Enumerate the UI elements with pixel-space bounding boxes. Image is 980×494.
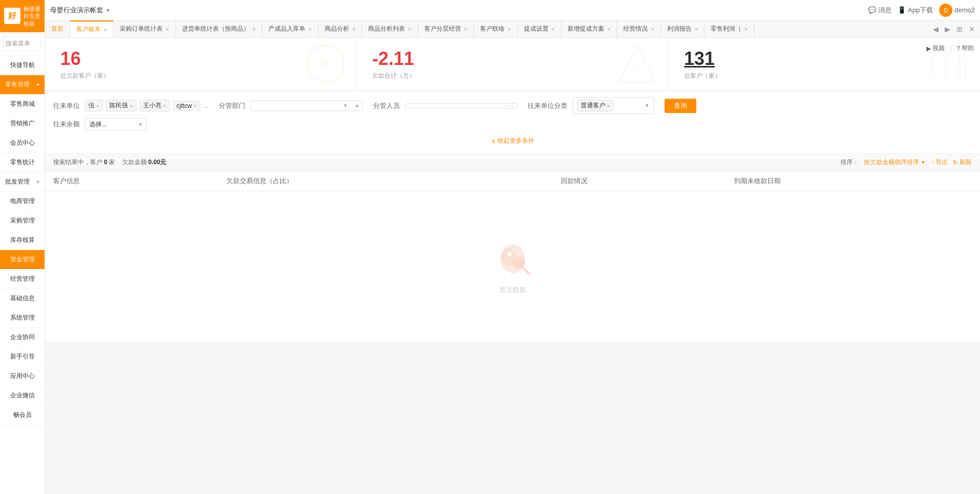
tab-purchase-stats[interactable]: 采购订单统计表 × — [113, 20, 175, 38]
sidebar-item-wholesale-mgmt[interactable]: 批发管理 ▾ — [0, 172, 44, 192]
stats-row: ▶ 视频 | ? 帮助 ¥ — [45, 38, 980, 91]
topbar-right: 💬 消息 📱 App下载 D demo2 — [868, 4, 975, 17]
tab-close-purchase-stats[interactable]: × — [166, 26, 169, 32]
message-icon: 💬 — [868, 6, 876, 14]
tab-prev-button[interactable]: ◀ — [931, 24, 941, 34]
sidebar-logo: 好 畅捷通好生意 标版 — [0, 0, 44, 32]
company-type-select[interactable]: 普通客户 × ▼ — [573, 97, 654, 114]
sidebar-item-purchase-mgmt[interactable]: 采购管理 — [0, 211, 44, 231]
sidebar-item-quicknav[interactable]: 快捷导航 — [0, 56, 44, 75]
stat-card-total-customers: 131 总客户（家） — [669, 38, 980, 91]
filter-row-1: 往来单位 伍 × 陈民强 × 王小亮 × — [53, 97, 972, 114]
sidebar-item-retail-stats[interactable]: 零售统计 — [0, 153, 44, 172]
dept-select-arrow: ▼ — [343, 103, 348, 108]
company-tag-0[interactable]: 伍 × — [85, 100, 103, 111]
export-button[interactable]: ↑ 导出 — [931, 158, 948, 167]
empty-state-row: 暂无数据 — [45, 191, 980, 342]
tab-close-product-analysis-list[interactable]: × — [408, 26, 411, 32]
empty-state: 暂无数据 — [53, 197, 972, 335]
sidebar-item-system-mgmt[interactable]: 系统管理 — [0, 308, 44, 328]
tab-customer-layered[interactable]: 客户分层经营 × — [418, 20, 474, 38]
balance-select[interactable]: 选择... — [85, 118, 146, 130]
sidebar-item-app-center[interactable]: 应用中心 — [0, 367, 44, 386]
tab-product-stock[interactable]: 产成品入库单 × — [262, 20, 318, 38]
tag-close-company-type[interactable]: × — [607, 103, 610, 109]
tab-close-accounts[interactable]: × — [104, 27, 107, 33]
app-download-button[interactable]: 📱 App下载 — [898, 6, 933, 15]
query-button[interactable]: 查询 — [665, 99, 696, 113]
stat-label-customers: 总欠款客户（家） — [60, 72, 109, 80]
stat-card-customers: ¥ 16 总欠款客户（家） — [45, 38, 357, 91]
tab-product-analysis-list[interactable]: 商品分析列表 × — [362, 20, 418, 38]
tab-new-improve[interactable]: 新增提成方案 × — [561, 20, 617, 38]
company-tag-2[interactable]: 王小亮 × — [140, 100, 170, 111]
refresh-icon: ↻ — [953, 159, 958, 166]
company-filter-label: 往来单位 — [53, 101, 80, 110]
dept-select[interactable]: ▼ — [250, 100, 363, 111]
tab-close-customer-layered[interactable]: × — [464, 26, 467, 32]
company-tag-3[interactable]: cjttcw × — [173, 101, 200, 111]
sidebar-item-finance-mgmt[interactable]: 资金管理 — [0, 250, 44, 270]
sidebar-search-area: 搜索菜单 — [0, 32, 44, 56]
balance-filter-label: 往来余额 — [53, 120, 80, 129]
tag-close-3[interactable]: × — [193, 103, 196, 109]
tab-improve-settings[interactable]: 提成设置 × — [518, 20, 561, 38]
tab-close-customer-connect[interactable]: × — [508, 26, 511, 32]
main-area: 母婴行业演示帐套 ▼ 💬 消息 📱 App下载 D demo2 首页 客户账本 — [45, 0, 980, 494]
tab-close-product-stock[interactable]: × — [308, 26, 311, 32]
sidebar-item-basic-info[interactable]: 基础信息 — [0, 289, 44, 308]
company-tags-more[interactable]: ... — [203, 102, 209, 109]
tag-close-2[interactable]: × — [163, 103, 166, 109]
sidebar-item-enterprise-coop[interactable]: 企业协同 — [0, 328, 44, 347]
tag-close-0[interactable]: × — [96, 103, 99, 109]
sidebar-item-operations-mgmt[interactable]: 经营管理 — [0, 270, 44, 289]
user-avatar[interactable]: D demo2 — [939, 4, 975, 17]
tab-close-operation[interactable]: × — [651, 26, 654, 32]
company-type-tag[interactable]: 普通客户 × — [577, 100, 613, 111]
tab-close-all-button[interactable]: ✕ — [967, 24, 977, 34]
result-bar-left: 搜索结果中，客户 0 家 欠款金额 0.00元 — [53, 158, 166, 167]
company-tag-1[interactable]: 陈民强 × — [106, 100, 136, 111]
tab-customer-connect[interactable]: 客户联络 × — [474, 20, 517, 38]
tab-profit-report[interactable]: 利润报告 × — [661, 20, 704, 38]
page-body: ▶ 视频 | ? 帮助 ¥ — [45, 38, 980, 342]
tag-close-1[interactable]: × — [129, 103, 132, 109]
person-select[interactable]: ··· — [405, 103, 517, 108]
export-icon: ↑ — [931, 159, 934, 166]
collapse-button[interactable]: ∧ 收起更多条件 — [491, 137, 534, 145]
sidebar-item-member-center[interactable]: 会员中心 — [0, 133, 44, 153]
tab-close-instock-stats[interactable]: × — [253, 26, 256, 32]
tab-close-improve-settings[interactable]: × — [552, 26, 555, 32]
tab-close-profit-report[interactable]: × — [695, 26, 698, 32]
sidebar-item-member[interactable]: 畅会员 — [0, 406, 44, 425]
sidebar-item-new-guide[interactable]: 新手引导 — [0, 347, 44, 367]
sidebar-item-inventory[interactable]: 库存核算 — [0, 231, 44, 250]
topbar-left: 母婴行业演示帐套 ▼ — [50, 6, 111, 15]
tab-retail-profit[interactable]: 零售利润（ × — [704, 20, 754, 38]
tab-next-button[interactable]: ▶ — [943, 24, 952, 34]
sidebar-item-retail-mall[interactable]: 零售商城 — [0, 95, 44, 114]
tab-home[interactable]: 首页 — [45, 20, 70, 38]
refresh-button[interactable]: ↻ 刷新 — [953, 158, 972, 167]
sidebar-item-retail-mgmt[interactable]: 零售管理 ▾ — [0, 75, 44, 95]
sidebar-item-enterprise-wechat[interactable]: 企业微信 — [0, 386, 44, 406]
tab-close-product-analysis[interactable]: × — [352, 26, 355, 32]
company-type-label: 往来单位分类 — [528, 101, 567, 110]
search-menu-button[interactable]: 搜索菜单 — [3, 36, 41, 51]
empty-state-label: 暂无数据 — [499, 285, 526, 295]
empty-state-cell: 暂无数据 — [45, 191, 980, 342]
account-selector[interactable]: 母婴行业演示帐套 ▼ — [50, 6, 111, 15]
tab-more-button[interactable]: ⊞ — [954, 24, 965, 34]
tab-close-new-improve[interactable]: × — [607, 26, 610, 32]
tab-close-retail-profit[interactable]: × — [744, 26, 747, 32]
tab-product-analysis[interactable]: 商品分析 × — [318, 20, 362, 38]
sort-select[interactable]: 按欠款金额倒序排序 ▼ — [864, 158, 926, 167]
tab-accounts[interactable]: 客户账本 × — [70, 20, 113, 38]
stat-label-amount: 欠款合计（万） — [372, 72, 415, 80]
messages-button[interactable]: 💬 消息 — [868, 6, 892, 15]
table-header-row: 客户信息 欠款交易信息（占比） 回款情况 到期未收款日期 — [45, 171, 980, 191]
tab-operation[interactable]: 经营情况 × — [617, 20, 660, 38]
sidebar-item-marketing[interactable]: 营销推广 — [0, 114, 44, 133]
tab-instock-stats[interactable]: 进货单统计表（按商品） × — [176, 20, 262, 38]
sidebar-item-ecommerce-mgmt[interactable]: 电商管理 — [0, 192, 44, 211]
